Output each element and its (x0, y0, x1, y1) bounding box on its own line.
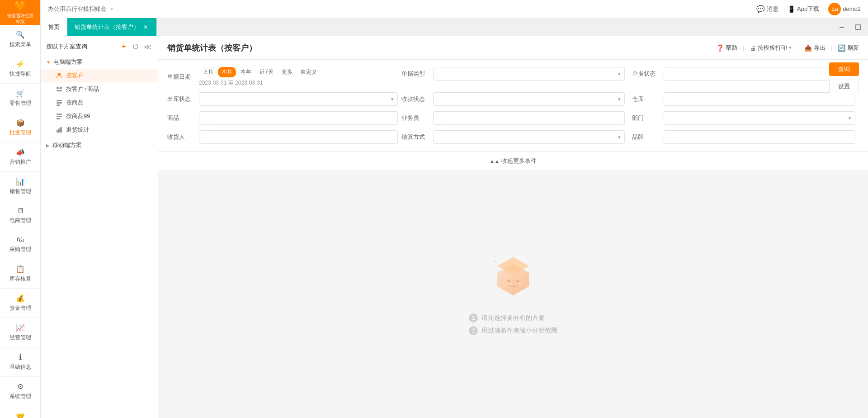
sidebar-item-purchase[interactable]: 🛍 采购管理 (0, 230, 41, 259)
date-custom-button[interactable]: 自定义 (297, 67, 321, 77)
template-print-button[interactable]: 🖨 按模板打印 ▾ (750, 44, 792, 52)
settings-button[interactable]: 设置 (829, 80, 859, 93)
tab-sales-stat[interactable]: 销货单统计表（按客户） ✕ (67, 18, 157, 36)
sidebar-item-inventory[interactable]: 📋 库存核算 (0, 259, 41, 289)
doc-type-arrow-icon: ▾ (618, 71, 621, 77)
sidebar-item-marketing[interactable]: 📣 营销推广 (0, 142, 41, 172)
user-profile[interactable]: Ea demo2 (828, 3, 861, 15)
scheme-item-by-goods[interactable]: 按商品 (41, 96, 158, 109)
filter-row-1: 单据日期 上月 本月 本年 近7天 更多 自定义 2023-03-01 至 20… (167, 67, 859, 87)
department-select[interactable]: ▾ (664, 111, 855, 125)
receipt-status-select[interactable]: ▾ (433, 92, 625, 106)
enterprise-icon: 🤝 (2, 412, 38, 418)
hint-num-1: 1 (469, 314, 478, 323)
doc-type-select[interactable]: ▾ (433, 67, 625, 81)
collapse-up-icon: ▲▲ (490, 158, 500, 164)
avatar: Ea (828, 3, 841, 15)
empty-hint-2: 2 用过滤条件来缩小分析范围 (469, 326, 557, 335)
filter-department-cell: 部门 ▾ (628, 111, 859, 125)
filter-settlement-cell: 结算方式 ▾ (398, 130, 628, 144)
svg-rect-8 (57, 102, 62, 104)
sidebar-item-wholesale[interactable]: 📦 批发管理 (0, 113, 41, 142)
customer-goods-icon (55, 85, 63, 93)
settlement-select[interactable]: ▾ (433, 130, 625, 144)
sidebar-item-finance[interactable]: 💰 资金管理 (0, 289, 41, 318)
tab-home[interactable]: 首页 (41, 18, 67, 36)
sidebar-item-quick-nav[interactable]: ⚡ 快捷导航 (0, 54, 41, 84)
sidebar-item-basic[interactable]: ℹ 基础信息 (0, 347, 41, 377)
warehouse-label: 仓库 (632, 95, 664, 103)
goods-label: 商品 (167, 114, 199, 122)
chevron-down-icon: ▼ (46, 60, 51, 65)
sidebar-item-system[interactable]: ⚙ 系统管理 (0, 377, 41, 406)
brand-select[interactable]: … (664, 130, 855, 144)
warehouse-select[interactable]: … (664, 92, 855, 106)
sidebar-item-label: 快捷导航 (2, 70, 38, 78)
left-panel: 按以下方案查询 + ≪ ▼ 电脑端方案 (41, 36, 158, 418)
tab-maximize-button[interactable] (852, 21, 864, 33)
main-area: 办公用品行业模拟账套 ▾ 💬 消息 📱 App下载 Ea demo2 首页 (41, 0, 868, 418)
date-this-month-button[interactable]: 本月 (218, 67, 236, 77)
messages-label: 消息 (767, 5, 778, 13)
hint-num-2: 2 (469, 326, 478, 335)
page-title: 销货单统计表（按客户） (167, 43, 257, 53)
add-scheme-button[interactable]: + (119, 42, 129, 52)
scheme-item-return-stats[interactable]: 退货统计 (41, 123, 158, 137)
doc-status-label: 单据状态 (632, 70, 664, 78)
date-last-7-days-button[interactable]: 近7天 (256, 67, 277, 77)
system-icon: ⚙ (2, 382, 38, 391)
svg-rect-6 (57, 90, 62, 91)
lightning-icon: ⚡ (2, 60, 38, 68)
doc-status-select[interactable]: ▾ (664, 67, 855, 81)
sidebar-item-sales-mgmt[interactable]: 📊 销售管理 (0, 172, 41, 201)
scheme-group-mobile-header[interactable]: ▶ 移动端方案 (41, 138, 158, 152)
goods-select[interactable]: … (199, 111, 398, 125)
svg-rect-10 (57, 114, 62, 115)
logo[interactable]: 🧡 畅捷通好生意 标版 (0, 0, 41, 25)
sidebar-item-retail[interactable]: 🛒 零售管理 (0, 84, 41, 113)
tab-home-label: 首页 (48, 23, 60, 31)
messages-button[interactable]: 💬 消息 (756, 5, 778, 13)
out-status-select[interactable]: ▾ (199, 92, 398, 106)
avatar-initials: Ea (831, 6, 838, 12)
tabs-bar: 首页 销货单统计表（按客户） ✕ (41, 18, 868, 36)
message-icon: 💬 (756, 5, 765, 13)
salesperson-select[interactable]: … (433, 111, 625, 125)
refresh-scheme-button[interactable] (131, 42, 141, 52)
inventory-icon: 📋 (2, 265, 38, 273)
tab-close-icon[interactable]: ✕ (142, 24, 149, 31)
brand-placeholder: … (668, 134, 674, 141)
date-this-year-button[interactable]: 本年 (237, 67, 255, 77)
scheme-item-by-customer-goods[interactable]: 按客户+商品 (41, 82, 158, 96)
sidebar-item-ecommerce[interactable]: 🖥 电商管理 (0, 201, 41, 230)
svg-rect-15 (60, 127, 62, 133)
svg-rect-9 (57, 104, 60, 106)
refresh-icon (132, 43, 139, 50)
export-button[interactable]: 📤 导出 (804, 44, 826, 52)
sidebar-item-search[interactable]: 🔍 搜索菜单 (0, 25, 41, 54)
finance-icon: 💰 (2, 294, 38, 303)
scheme-group-pc-header[interactable]: ▼ 电脑端方案 (41, 55, 158, 69)
consignee-select[interactable]: … (199, 130, 398, 144)
help-button[interactable]: ❓ 帮助 (716, 44, 737, 52)
header-right: 💬 消息 📱 App下载 Ea demo2 (756, 3, 861, 15)
svg-marker-2 (133, 45, 135, 46)
date-more-button[interactable]: 更多 (278, 67, 296, 77)
collapse-button[interactable]: ▲▲ 收起更多条件 (482, 155, 544, 167)
date-last-month-button[interactable]: 上月 (199, 67, 217, 77)
sidebar-item-operations[interactable]: 📈 经营管理 (0, 318, 41, 347)
app-download-label: App下载 (797, 5, 819, 13)
filter-row-3: 商品 … 业务员 … 部门 (167, 111, 859, 125)
tab-minimize-button[interactable] (835, 21, 848, 33)
scheme-item-by-goods-99[interactable]: 按商品99 (41, 109, 158, 123)
refresh-button[interactable]: 🔄 刷新 (838, 44, 859, 52)
operations-icon: 📈 (2, 323, 38, 332)
query-button[interactable]: 查询 (829, 62, 859, 76)
salesperson-placeholder: … (437, 115, 443, 122)
collapse-panel-button[interactable]: ≪ (142, 42, 152, 52)
filter-area: 单据日期 上月 本月 本年 近7天 更多 自定义 2023-03-01 至 20… (158, 60, 868, 152)
sidebar-item-enterprise[interactable]: 🤝 企业协同 (0, 406, 41, 418)
app-download-button[interactable]: 📱 App下载 (788, 5, 819, 13)
scheme-item-by-customer[interactable]: 按客户 (41, 69, 158, 82)
sidebar-item-label: 批发管理 (9, 129, 31, 137)
